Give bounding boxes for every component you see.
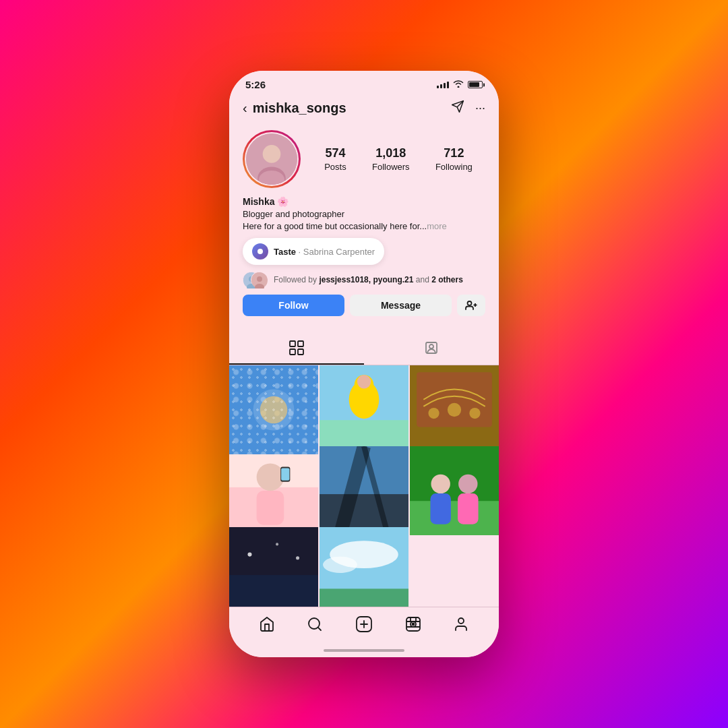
svg-rect-51: [458, 493, 478, 524]
bottom-navigation: [229, 607, 499, 644]
nav-search[interactable]: [307, 616, 323, 632]
svg-point-10: [257, 276, 262, 282]
grid-item-1[interactable]: [229, 365, 318, 454]
following-stat[interactable]: 712 Following: [435, 146, 473, 173]
signal-icon: [437, 82, 449, 88]
status-bar: 5:26: [229, 71, 499, 94]
svg-point-56: [296, 556, 299, 559]
avatar-container[interactable]: [243, 130, 301, 188]
svg-rect-47: [410, 501, 499, 535]
grid-item-6[interactable]: [410, 446, 499, 535]
svg-rect-16: [298, 341, 303, 346]
svg-rect-21: [229, 365, 318, 454]
more-options-icon[interactable]: ···: [475, 101, 485, 115]
grid-item-8[interactable]: [320, 527, 408, 607]
wifi-icon: [453, 80, 464, 90]
phone-mockup: 5:26: [229, 71, 499, 657]
back-button[interactable]: ‹: [243, 100, 247, 116]
stats-container: 574 Posts 1,018 Followers 712 Following: [311, 146, 485, 173]
svg-line-62: [318, 628, 321, 630]
followed-by-others[interactable]: 2 others: [431, 275, 463, 284]
grid-item-5[interactable]: [320, 446, 408, 535]
svg-point-34: [448, 403, 461, 417]
svg-point-55: [276, 543, 278, 545]
phone-screen: 5:26: [229, 71, 499, 657]
send-icon[interactable]: [451, 100, 464, 117]
svg-point-38: [257, 464, 284, 491]
grid-item-3[interactable]: [410, 365, 499, 454]
svg-rect-39: [257, 491, 284, 525]
svg-rect-22: [229, 365, 318, 454]
grid-item-7[interactable]: [229, 527, 318, 607]
tab-grid[interactable]: [229, 332, 364, 365]
nav-profile[interactable]: [453, 616, 469, 632]
bio-line1: Blogger and photographer: [243, 208, 485, 220]
svg-rect-17: [290, 349, 295, 355]
profile-display-name: Mishka 🌸: [243, 196, 485, 207]
nav-add[interactable]: [355, 615, 373, 633]
message-button[interactable]: Message: [350, 295, 452, 316]
follow-button[interactable]: Follow: [243, 295, 344, 316]
bio-more-link[interactable]: more: [427, 221, 447, 231]
followed-by-names[interactable]: jessjess1018, pyoung.21: [319, 275, 413, 284]
followers-label: Followers: [372, 162, 410, 172]
svg-point-24: [253, 390, 295, 431]
music-song: Taste · Sabrina Carpenter: [274, 247, 375, 257]
tab-tagged[interactable]: [364, 332, 499, 365]
svg-rect-41: [281, 468, 289, 481]
svg-point-20: [429, 344, 433, 348]
posts-count: 574: [324, 146, 346, 160]
music-pill[interactable]: Taste · Sabrina Carpenter: [243, 238, 384, 265]
grid-item-2[interactable]: [320, 365, 408, 454]
nav-reels[interactable]: [405, 616, 421, 632]
svg-point-68: [412, 624, 414, 626]
svg-point-25: [260, 396, 288, 424]
content-tabs: [229, 332, 499, 365]
grid-item-4[interactable]: [229, 446, 318, 535]
svg-point-59: [323, 557, 357, 573]
music-artist: · Sabrina Carpenter: [296, 247, 375, 257]
bio-line2: Here for a good time but occasionally he…: [243, 220, 485, 233]
follower-avatar-2: [251, 272, 267, 288]
photo-grid: [229, 365, 499, 607]
status-icons: [437, 80, 483, 90]
followed-by-section: Followed by jessjess1018, pyoung.21 and …: [243, 272, 485, 288]
posts-stat[interactable]: 574 Posts: [324, 146, 346, 173]
svg-point-33: [428, 408, 439, 419]
svg-rect-53: [229, 575, 318, 607]
following-count: 712: [435, 146, 473, 160]
svg-rect-18: [298, 349, 303, 355]
svg-point-50: [458, 475, 477, 493]
svg-point-54: [247, 553, 251, 557]
avatar: [246, 133, 297, 185]
nav-home[interactable]: [259, 616, 275, 632]
svg-rect-49: [430, 493, 450, 524]
svg-point-12: [468, 301, 472, 305]
followers-count: 1,018: [372, 146, 410, 160]
profile-username-title: mishka_songs: [253, 100, 346, 116]
profile-stats-row: 574 Posts 1,018 Followers 712 Following: [243, 130, 485, 188]
svg-point-30: [357, 375, 371, 389]
followers-stat[interactable]: 1,018 Followers: [372, 146, 410, 173]
svg-point-73: [458, 618, 464, 624]
svg-rect-32: [417, 373, 492, 427]
profile-header: ‹ mishka_songs ···: [229, 94, 499, 125]
music-icon: [252, 243, 268, 260]
follower-avatar-group: [243, 272, 263, 288]
posts-label: Posts: [324, 162, 346, 172]
svg-point-48: [431, 475, 450, 493]
svg-rect-60: [320, 589, 408, 607]
svg-point-3: [263, 145, 281, 163]
home-indicator: [229, 644, 499, 657]
status-time: 5:26: [245, 79, 266, 90]
action-buttons: Follow Message: [243, 295, 485, 316]
profile-section: 574 Posts 1,018 Followers 712 Following …: [229, 125, 499, 332]
add-person-button[interactable]: [457, 295, 485, 316]
following-label: Following: [435, 162, 473, 172]
followed-by-text: Followed by jessjess1018, pyoung.21 and …: [274, 275, 463, 284]
svg-point-35: [469, 408, 480, 419]
svg-rect-15: [290, 341, 295, 346]
bio-section: Mishka 🌸 Blogger and photographer Here f…: [243, 196, 485, 233]
battery-icon: [468, 81, 483, 88]
